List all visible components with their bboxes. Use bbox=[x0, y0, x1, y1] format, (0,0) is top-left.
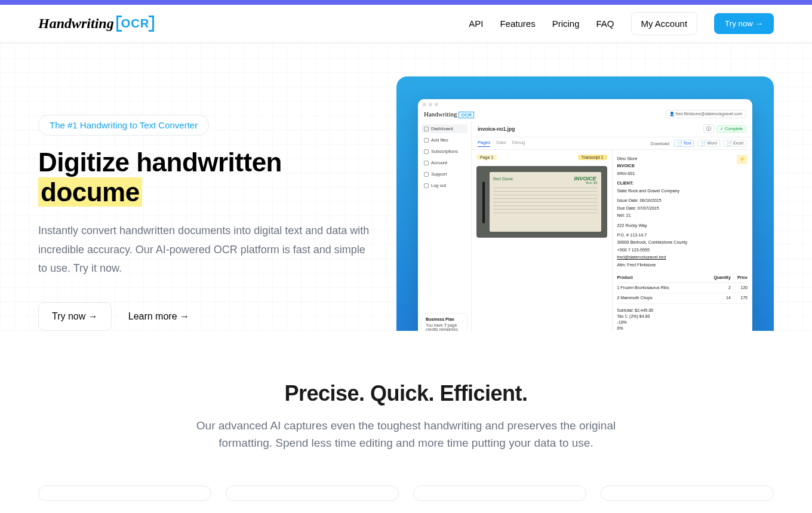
sidebar-item-logout[interactable]: Log out bbox=[422, 181, 467, 190]
scan-invoice-title: INVOICE bbox=[574, 176, 596, 182]
t-due: Due Date: 07/07/2015 bbox=[617, 205, 748, 211]
table-row: 1 Frozen Brontosaurus Ribs 2 120 bbox=[617, 283, 748, 293]
t-disc2: 0% bbox=[617, 325, 748, 331]
hero-learn-more-link[interactable]: Learn more → bbox=[128, 311, 189, 322]
sidebar-item-dashboard[interactable]: Dashboard bbox=[422, 124, 467, 133]
section2-heading: Precise. Quick. Efficient. bbox=[38, 381, 774, 406]
account-icon bbox=[424, 161, 429, 165]
credits-line: You have 7 page credits remaining. bbox=[426, 323, 463, 331]
hero-section: The #1 Handwriting to Text Converter Dig… bbox=[0, 43, 812, 331]
download-excel-label: Excel bbox=[733, 141, 743, 145]
t-net: Net: 21 bbox=[617, 213, 748, 219]
status-badge: ✓ Complete bbox=[716, 125, 746, 133]
download-label: Download: bbox=[651, 142, 670, 146]
hero-cta-row: Try now → Learn more → bbox=[38, 302, 373, 331]
page-preview-pane: Page 1 Transcript 1 Red Stone INVOICE Ru… bbox=[472, 150, 612, 331]
tabs: Pages Data Debug bbox=[478, 140, 525, 147]
file-name: invoice-no1.jpg bbox=[478, 126, 515, 132]
td-product: 2 Mammoth Chops bbox=[617, 293, 703, 303]
scanned-image: Red Stone INVOICE Run 30 bbox=[476, 166, 607, 238]
pen-graphic bbox=[482, 182, 485, 223]
nav-features[interactable]: Features bbox=[500, 19, 535, 29]
totals: Subtotal: $2,445.00 Tax 1: (2%) $4.80 -1… bbox=[617, 308, 748, 331]
feature-card bbox=[413, 486, 586, 501]
logo[interactable]: Handwriting OCR bbox=[38, 16, 154, 32]
t-subtotal: Subtotal: $2,445.00 bbox=[617, 308, 748, 314]
add-files-icon bbox=[424, 138, 429, 143]
main-nav: API Features Pricing FAQ My Account Try … bbox=[469, 12, 774, 35]
support-icon bbox=[424, 172, 429, 177]
feature-card bbox=[226, 486, 399, 501]
app-main: invoice-no1.jpg ⓘ ✓ Complete Pages Data … bbox=[472, 121, 752, 331]
plan-name: Business Plan bbox=[426, 317, 463, 321]
t-tax: Tax 1: (2%) $4.80 bbox=[617, 314, 748, 320]
page-chip: Page 1 bbox=[476, 155, 497, 160]
dashboard-icon bbox=[424, 127, 429, 131]
hero-copy: The #1 Handwriting to Text Converter Dig… bbox=[38, 76, 373, 331]
hero-lead: Instantly convert handwritten documents … bbox=[38, 222, 373, 278]
t-po: P.O. # 113-14.7 bbox=[617, 232, 748, 238]
th-price: Price bbox=[731, 273, 748, 283]
download-text-button[interactable]: 📄 Text bbox=[674, 140, 694, 147]
td-price: 120 bbox=[731, 283, 748, 293]
sidebar-label-add: Add files bbox=[431, 137, 448, 143]
td-price: 175 bbox=[731, 293, 748, 303]
hero-heading-pre: Digitize handwritten bbox=[38, 148, 282, 177]
logout-icon bbox=[424, 183, 429, 188]
bolt-icon[interactable]: ⚡ bbox=[737, 155, 748, 164]
tab-data[interactable]: Data bbox=[496, 140, 506, 147]
t-number: #INV-001 bbox=[617, 171, 748, 177]
table-row: 2 Mammoth Chops 14 175 bbox=[617, 293, 748, 303]
feature-cards-row bbox=[38, 486, 774, 501]
sidebar-item-subscriptions[interactable]: Subscriptions bbox=[422, 147, 467, 156]
tab-pages[interactable]: Pages bbox=[478, 140, 490, 147]
logo-ocr-box: OCR bbox=[116, 16, 154, 32]
status-text: Complete bbox=[725, 127, 743, 131]
app-user-email: fred.flintstone@slaterockgravel.com bbox=[676, 112, 742, 116]
tab-debug[interactable]: Debug bbox=[512, 140, 525, 147]
nav-api[interactable]: API bbox=[469, 19, 483, 29]
td-qty: 14 bbox=[703, 293, 731, 303]
th-product: Product bbox=[617, 273, 703, 283]
download-word-label: Word bbox=[707, 141, 717, 145]
td-qty: 2 bbox=[703, 283, 731, 293]
features-intro-section: Precise. Quick. Efficient. Our advanced … bbox=[0, 331, 812, 513]
t-phone: +500 7 123-5555 bbox=[617, 247, 748, 253]
download-row: Download: 📄 Text 📄 Word 📄 Excel bbox=[651, 140, 746, 147]
hero-screenshot-frame: Handwriting OCR 👤 fred.flintstone@slater… bbox=[396, 76, 774, 331]
nav-faq[interactable]: FAQ bbox=[596, 19, 614, 29]
transcript-table: Product Quantity Price 1 Frozen Brontosa… bbox=[617, 273, 748, 303]
hero-try-now-button[interactable]: Try now → bbox=[38, 302, 112, 331]
sidebar-item-add-files[interactable]: Add files bbox=[422, 136, 467, 145]
sidebar-label-support: Support bbox=[431, 171, 447, 177]
t-addr2: 30000 Bedrock, Cobblestone County bbox=[617, 239, 748, 245]
t-email: fred@slaterockgravel.bed bbox=[617, 254, 666, 260]
t-issue: Issue Date: 06/16/2015 bbox=[617, 198, 748, 204]
sidebar-item-support[interactable]: Support bbox=[422, 170, 467, 179]
t-attn: Attn: Fred Flintstone bbox=[617, 262, 748, 268]
app-logo-script: Handwriting bbox=[424, 110, 457, 118]
download-word-button[interactable]: 📄 Word bbox=[697, 140, 720, 147]
nav-pricing[interactable]: Pricing bbox=[552, 19, 580, 29]
section2-lead: Our advanced AI captures even the toughe… bbox=[191, 417, 621, 452]
th-qty: Quantity bbox=[703, 273, 731, 283]
t-addr1: 222 Rocky Way bbox=[617, 223, 748, 229]
app-user-email-chip: 👤 fred.flintstone@slaterockgravel.com bbox=[665, 110, 746, 118]
hero-pill: The #1 Handwriting to Text Converter bbox=[38, 115, 209, 136]
nav-my-account[interactable]: My Account bbox=[631, 12, 698, 35]
nav-try-now-button[interactable]: Try now → bbox=[714, 13, 774, 34]
sidebar-item-account[interactable]: Account bbox=[422, 158, 467, 167]
download-excel-button[interactable]: 📄 Excel bbox=[724, 140, 746, 147]
info-icon[interactable]: ⓘ bbox=[703, 124, 714, 133]
download-text-label: Text bbox=[684, 141, 691, 145]
hero-heading: Digitize handwritten docume bbox=[38, 148, 373, 207]
logo-script: Handwriting bbox=[38, 16, 114, 32]
hero-heading-highlight: docume bbox=[38, 177, 142, 207]
t-store: Dino Store bbox=[617, 156, 748, 162]
sidebar-label-dashboard: Dashboard bbox=[431, 126, 453, 131]
td-product: 1 Frozen Brontosaurus Ribs bbox=[617, 283, 703, 293]
app-logo-box: OCR bbox=[459, 112, 474, 118]
feature-card bbox=[601, 486, 774, 501]
feature-card bbox=[38, 486, 211, 501]
transcript-chip: Transcript 1 bbox=[578, 155, 607, 160]
